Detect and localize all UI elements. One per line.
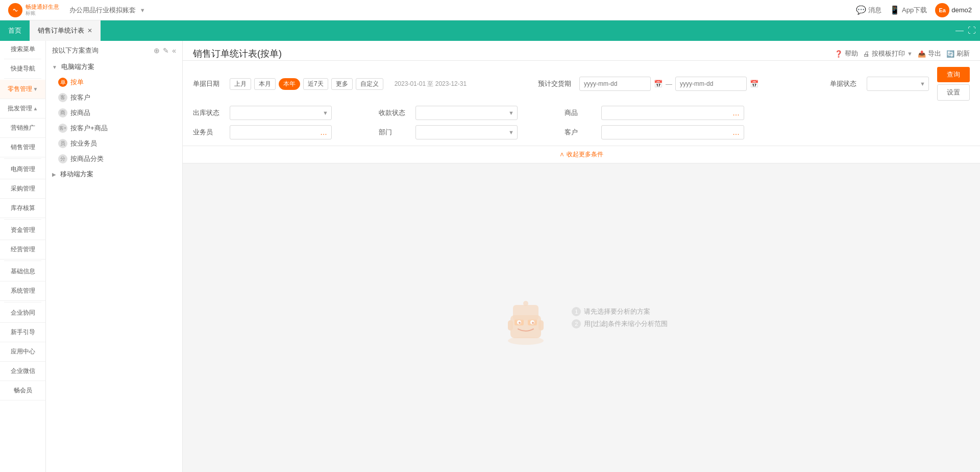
refresh-button[interactable]: 🔄 刷新 (946, 47, 970, 60)
app-title-arrow[interactable]: ▼ (140, 7, 145, 13)
date-btn-custom[interactable]: 自定义 (356, 78, 383, 90)
tab-minimize-icon[interactable]: — (955, 26, 964, 35)
out-status-select[interactable] (230, 106, 322, 120)
tree-item-by-customer-product[interactable]: 客+ 按客户+商品 (52, 121, 182, 136)
svg-rect-5 (508, 320, 513, 331)
sidebar-item-basics[interactable]: 基础信息 (0, 262, 45, 281)
page-header-actions: ❓ 帮助 🖨 按模板打印 ▼ 📤 导出 🔄 刷新 (835, 47, 970, 60)
sidebar-item-purchase[interactable]: 采购管理 (0, 179, 45, 199)
calendar-start-icon[interactable]: 📅 (654, 80, 663, 88)
scheme-icon: 单 (58, 78, 67, 87)
filter-row-3: 业务员 … 部门 ▼ 客户 (193, 125, 970, 139)
tree-item-by-product[interactable]: 商 按商品 (52, 105, 182, 121)
settings-button[interactable]: 设置 (937, 84, 970, 101)
sidebar-item-shortcut[interactable]: 快捷导航 (0, 60, 45, 77)
empty-hint-2: 2 用[过滤]条件来缩小分析范围 (572, 319, 667, 328)
empty-content: 1 请先选择要分析的方案 2 用[过滤]条件来缩小分析范围 (495, 287, 667, 348)
sidebar-item-wholesale[interactable]: 批发管理 ▲ (0, 99, 45, 119)
message-button[interactable]: 💬 消息 (856, 5, 881, 15)
tree-item-by-salesperson[interactable]: 员 按业务员 (52, 136, 182, 151)
sidebar-item-sales-mgmt[interactable]: 销售管理 (0, 138, 45, 157)
collapse-more-bar[interactable]: ∧ 收起更多条件 (183, 146, 980, 163)
customer-input[interactable] (606, 126, 732, 139)
customer-label: 客户 (565, 128, 593, 137)
expected-date-group: 📅 — 📅 (579, 77, 758, 91)
tree-sub: 单 按单 客 按客户 商 按商品 客+ 按客户+商品 员 按业务员 (46, 75, 182, 167)
sidebar-item-member[interactable]: 畅会员 (0, 381, 45, 400)
main-layout: 搜索菜单 快捷导航 零售管理 ▼ 批发管理 ▲ 营销推广 销售管理 电商管理 采… (0, 41, 980, 472)
chevron-down-icon: ▼ (323, 110, 328, 116)
chevron-down-icon: ▼ (508, 129, 514, 135)
tree-item-by-category[interactable]: 分 按商品分类 (52, 151, 182, 167)
tab-sales-order[interactable]: 销售订单统计表 ✕ (30, 20, 101, 41)
date-buttons-group: 上月 本月 本年 近7天 更多 自定义 (230, 78, 383, 90)
sidebar-item-cooperation[interactable]: 企业协同 (0, 303, 45, 323)
empty-illustration (495, 287, 556, 348)
calendar-end-icon[interactable]: 📅 (750, 80, 758, 88)
print-button[interactable]: 🖨 按模板打印 ▼ (863, 47, 913, 60)
sidebar-item-marketing[interactable]: 营销推广 (0, 119, 45, 138)
date-btn-this-month[interactable]: 本月 (254, 78, 276, 90)
expected-date-start-input[interactable] (579, 77, 651, 91)
sidebar-item-apps[interactable]: 应用中心 (0, 342, 45, 362)
app-download-button[interactable]: 📱 App下载 (890, 5, 927, 15)
date-btn-this-year[interactable]: 本年 (279, 78, 300, 90)
print-dropdown-icon[interactable]: ▼ (907, 51, 913, 57)
query-button[interactable]: 查询 (937, 67, 970, 82)
logo: 畅捷通好生意 标账 (8, 3, 59, 17)
user-profile[interactable]: Ea demo2 (935, 3, 972, 17)
avatar: Ea (935, 3, 949, 17)
chevron-down-icon: ▼ (52, 64, 57, 70)
date-btn-last-month[interactable]: 上月 (230, 78, 251, 90)
help-button[interactable]: ❓ 帮助 (835, 47, 858, 60)
salesperson-input[interactable] (234, 126, 320, 139)
sidebar-item-search[interactable]: 搜索菜单 (0, 41, 45, 58)
salesperson-label: 业务员 (193, 128, 222, 137)
payment-status-select-wrapper: ▼ (415, 106, 518, 120)
sidebar-item-inventory[interactable]: 库存核算 (0, 199, 45, 218)
sidebar-item-retail[interactable]: 零售管理 ▼ (0, 80, 45, 99)
customer-more-icon[interactable]: … (732, 128, 740, 136)
export-icon: 📤 (918, 50, 926, 58)
empty-hints: 1 请先选择要分析的方案 2 用[过滤]条件来缩小分析范围 (572, 307, 667, 328)
date-btn-7days[interactable]: 近7天 (303, 78, 328, 90)
salesperson-more-icon[interactable]: … (320, 128, 327, 136)
export-button[interactable]: 📤 导出 (918, 47, 941, 60)
tab-close-icon[interactable]: ✕ (87, 27, 92, 34)
chevron-up-icon: ▲ (33, 106, 38, 111)
top-bar-left: 畅捷通好生意 标账 办公用品行业模拟账套 ▼ (8, 3, 145, 17)
svg-rect-11 (513, 305, 538, 320)
sidebar-item-operations[interactable]: 经营管理 (0, 240, 45, 259)
scheme-icon: 员 (58, 139, 67, 148)
tab-home[interactable]: 首页 (0, 20, 30, 41)
page-header: 销售订单统计表(按单) ❓ 帮助 🖨 按模板打印 ▼ 📤 导出 (183, 41, 980, 61)
tree-item-by-order[interactable]: 单 按单 (52, 75, 182, 90)
message-icon: 💬 (856, 5, 866, 15)
tree-item-by-customer[interactable]: 客 按客户 (52, 90, 182, 105)
expected-date-label: 预计交货期 (538, 79, 571, 88)
payment-status-select[interactable] (416, 106, 508, 120)
sidebar-item-ecommerce[interactable]: 电商管理 (0, 160, 45, 179)
tree-mobile-group[interactable]: ▶ 移动端方案 (46, 167, 182, 182)
add-scheme-button[interactable]: ⊕ (154, 46, 160, 55)
department-select[interactable] (416, 126, 508, 139)
app-download-icon: 📱 (890, 5, 900, 15)
expected-date-end-input[interactable] (675, 77, 747, 91)
scheme-icon: 商 (58, 108, 67, 117)
product-input[interactable] (606, 106, 732, 120)
out-status-select-wrapper: ▼ (230, 106, 332, 120)
status-select[interactable] (867, 77, 928, 90)
edit-scheme-button[interactable]: ✎ (163, 46, 169, 55)
sidebar-item-onboarding[interactable]: 新手引导 (0, 323, 45, 342)
sidebar-item-system[interactable]: 系统管理 (0, 281, 45, 301)
content-area: 按以下方案查询 ⊕ ✎ « ▼ 电脑端方案 单 按单 客 按客户 (46, 41, 980, 472)
date-btn-more[interactable]: 更多 (331, 78, 353, 90)
sidebar-item-finance[interactable]: 资金管理 (0, 221, 45, 240)
department-select-wrapper: ▼ (415, 125, 518, 139)
tree-pc-group[interactable]: ▼ 电脑端方案 (46, 59, 182, 75)
date-label: 单据日期 (193, 79, 222, 88)
collapse-panel-button[interactable]: « (172, 46, 176, 55)
product-more-icon[interactable]: … (732, 109, 740, 117)
sidebar-item-wechat[interactable]: 企业微信 (0, 362, 45, 381)
tab-maximize-icon[interactable]: ⛶ (968, 26, 976, 35)
